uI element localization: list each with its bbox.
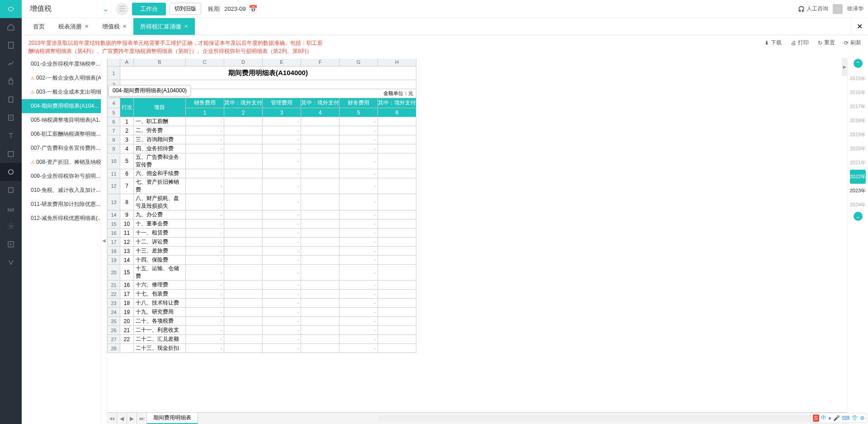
sheet-nav-next[interactable]: ▶ <box>127 413 137 424</box>
switch-old-button[interactable]: 切到旧版 <box>170 3 201 15</box>
sheet-title: 期间费用明细表(A104000) <box>120 67 416 80</box>
year-down-icon[interactable]: ⌄ <box>854 212 863 221</box>
form-item[interactable]: 010-免税、减计收入及加计... <box>22 183 101 197</box>
form-item[interactable]: 006-职工薪酬纳税调整明细... <box>22 127 101 141</box>
form-item[interactable]: ⚠002-一般企业收入明细表(A... <box>22 71 101 85</box>
close-icon[interactable]: ✕ <box>184 24 188 29</box>
sheet-nav-first[interactable]: ⏮ <box>107 413 117 424</box>
form-item[interactable]: 007-广告费和业务宣传费跨... <box>22 141 101 155</box>
tab-首页[interactable]: 首页 <box>26 18 52 35</box>
tab-税表清册[interactable]: 税表清册✕ <box>52 18 95 35</box>
rail-active-icon[interactable] <box>0 163 22 181</box>
rail-play-icon[interactable] <box>0 235 22 253</box>
form-item[interactable]: 012-减免所得税优惠明细表(... <box>22 211 101 225</box>
rail-home-icon[interactable] <box>0 18 22 36</box>
rail-v-icon[interactable] <box>0 253 22 272</box>
close-icon[interactable]: ✕ <box>85 24 89 29</box>
left-nav-rail <box>0 0 22 424</box>
warn-icon: ⚠ <box>31 160 35 165</box>
tab-增值税[interactable]: 增值税✕ <box>95 18 133 35</box>
rail-settings-icon[interactable] <box>0 217 22 235</box>
form-tooltip: 004-期间费用明细表(A104000) <box>108 85 191 96</box>
topbar: 增值税 ⌄ ☰ 工作台 切到旧版 账期 2023-09 📅 🎧 人工咨询 徐泽华 <box>22 0 868 18</box>
tax-type-selector[interactable]: 增值税 ⌄ <box>26 3 112 15</box>
app-logo[interactable] <box>0 0 22 18</box>
form-item[interactable]: ⚠003-一般企业成本支出明细... <box>22 85 101 99</box>
form-item[interactable]: 004-期间费用明细表(A104... <box>22 99 101 113</box>
download-button[interactable]: ⬇ 下载 <box>764 39 782 47</box>
svg-rect-5 <box>9 188 14 193</box>
rail-text-icon[interactable] <box>0 127 22 145</box>
expand-handle[interactable]: ▶ <box>842 58 847 76</box>
svg-rect-3 <box>8 152 14 157</box>
rail-calendar-icon[interactable] <box>0 145 22 163</box>
year-2022年[interactable]: 2022年 <box>850 170 866 184</box>
workbench-button[interactable]: 工作台 <box>132 3 166 15</box>
year-2016年[interactable]: 2016年 <box>850 86 866 100</box>
warn-icon: ⚠ <box>31 76 35 81</box>
tax-type-label: 增值税 <box>30 4 52 14</box>
close-all-tabs[interactable]: ✕ <box>851 18 868 35</box>
close-icon[interactable]: ✕ <box>123 24 127 29</box>
year-2023年[interactable]: 2023年 <box>850 184 866 198</box>
sheet-nav-last[interactable]: ⏭ <box>137 413 147 424</box>
reset-button[interactable]: ↻ 重置 <box>818 39 835 47</box>
form-list: 001-企业所得税年度纳税申...⚠002-一般企业收入明细表(A...⚠003… <box>22 57 101 424</box>
form-item[interactable]: ⚠008-资产折旧、摊销及纳税... <box>22 155 101 169</box>
consult-link[interactable]: 🎧 人工咨询 <box>798 5 828 13</box>
warn-icon: ⚠ <box>31 90 35 95</box>
avatar[interactable] <box>833 4 843 14</box>
sheet-nav-prev[interactable]: ◀ <box>117 413 127 424</box>
horizontal-scrollbar[interactable] <box>379 415 847 422</box>
year-2015年[interactable]: 2015年 <box>850 71 866 86</box>
rail-report-icon[interactable] <box>0 109 22 127</box>
rail-chart-icon[interactable] <box>0 54 22 72</box>
rail-export-icon[interactable] <box>0 181 22 199</box>
collapse-handle[interactable]: ◀ <box>101 57 107 424</box>
rail-doc-icon[interactable] <box>0 36 22 54</box>
page-tabs: 首页税表清册✕增值税✕所得税汇算清缴✕ ✕ <box>22 18 868 35</box>
svg-rect-2 <box>9 115 14 120</box>
period-value[interactable]: 2023-09 <box>224 5 246 12</box>
year-2019年[interactable]: 2019年 <box>850 128 866 142</box>
form-item[interactable]: 001-企业所得税年度纳税申... <box>22 57 101 71</box>
form-item[interactable]: 009-企业所得税弥补亏损明... <box>22 169 101 183</box>
spreadsheet[interactable]: ABCDEFGH 1期间费用明细表(A104000) 2 3金额单位：元 4 行… <box>107 57 416 353</box>
calendar-icon[interactable]: 📅 <box>249 5 258 13</box>
chevron-down-icon: ⌄ <box>103 5 108 13</box>
username: 徐泽华 <box>847 5 863 13</box>
year-2024年[interactable]: 2024年 <box>850 198 866 212</box>
form-item[interactable]: 011-研发费用加计扣除优惠... <box>22 197 101 211</box>
tab-所得税汇算清缴[interactable]: 所得税汇算清缴✕ <box>133 18 195 35</box>
svg-rect-0 <box>9 42 14 48</box>
year-2020年[interactable]: 2020年 <box>850 142 866 156</box>
period-label: 账期 <box>208 5 220 13</box>
year-2017年[interactable]: 2017年 <box>850 100 866 114</box>
year-rail: ⌃ 2015年2016年2017年2018年2019年2020年2021年202… <box>847 57 868 424</box>
print-button[interactable]: 🖨 打印 <box>791 39 809 47</box>
sheet-tabs: ⏮ ◀ ▶ ⏭ 期间费用明细表 <box>107 412 847 424</box>
rail-inbox-icon[interactable] <box>0 199 22 217</box>
year-2021年[interactable]: 2021年 <box>850 156 866 170</box>
year-2018年[interactable]: 2018年 <box>850 114 866 128</box>
rail-bag-icon[interactable] <box>0 72 22 91</box>
notice-text: 2019年度涉及取以前年度结转数据的申报表单元格需要手工维护正确，才能保证本年及… <box>28 39 327 55</box>
svg-point-6 <box>10 225 12 228</box>
svg-rect-1 <box>9 97 13 102</box>
rail-clipboard-icon[interactable] <box>0 91 22 109</box>
ime-bar: S 中●🎤⌨👕⚙ <box>811 413 867 423</box>
form-item[interactable]: 005-纳税调整项目明细表(A1... <box>22 113 101 127</box>
year-up-icon[interactable]: ⌃ <box>854 59 863 68</box>
sheet-tab[interactable]: 期间费用明细表 <box>147 413 198 424</box>
round-button[interactable]: ☰ <box>116 3 128 15</box>
svg-point-4 <box>9 170 14 175</box>
refresh-button[interactable]: ⟳ 刷新 <box>844 39 861 47</box>
